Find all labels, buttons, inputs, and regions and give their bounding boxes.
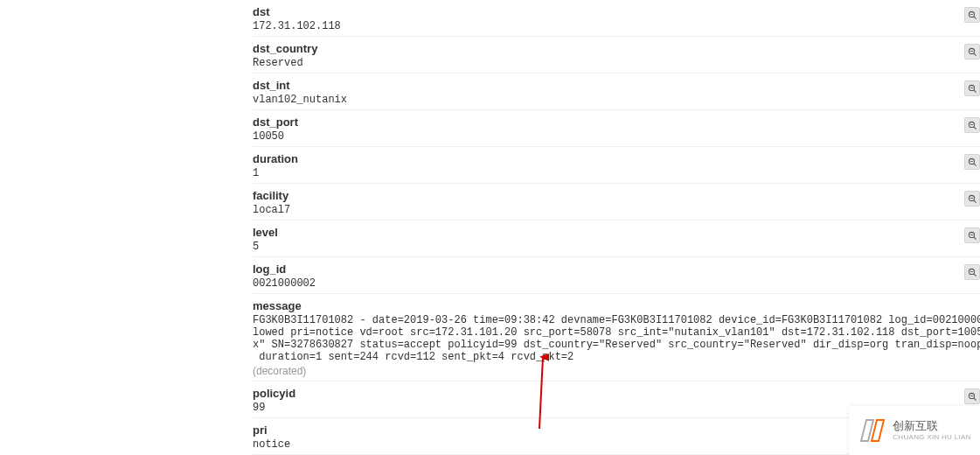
svg-line-13 [973,163,976,165]
svg-line-7 [973,89,976,92]
field-label: message [253,299,980,312]
field-label: dst_int [253,79,980,92]
svg-line-16 [973,200,976,202]
field-value: Reserved [253,57,980,69]
zoom-out-icon[interactable] [964,117,980,133]
field-log_id: log_id0021000002 [253,257,980,294]
field-value: 1 [253,167,980,179]
zoom-out-icon[interactable] [964,228,980,243]
field-label: dst_port [253,116,980,129]
field-level: level5 [253,220,980,257]
zoom-out-icon[interactable] [964,264,980,280]
field-label: level [253,226,980,239]
field-value: vlan102_nutanix [253,94,980,106]
field-value: FG3K0B3I11701082 - date=2019-03-26 time=… [253,314,980,363]
zoom-out-icon[interactable] [964,44,980,60]
field-dst_port: dst_port10050 [253,110,980,147]
field-facility: facilitylocal7 [253,184,980,220]
field-value: 172.31.102.118 [253,20,980,32]
zoom-out-icon[interactable] [964,388,980,404]
svg-line-25 [973,397,976,400]
field-label: facility [253,189,980,202]
field-value: 5 [253,241,980,253]
zoom-out-icon[interactable] [964,7,980,23]
svg-line-22 [973,273,976,276]
svg-line-19 [973,236,976,239]
logo-text-cn: 创新互联 [893,419,970,433]
field-label: duration [253,152,980,165]
field-label: dst_country [253,42,980,55]
field-label: dst [253,5,980,18]
svg-line-1 [973,16,976,18]
watermark-logo: 创新互联 CHUANG XIN HU LIAN [849,406,980,455]
field-value: 10050 [253,130,980,143]
log-fields-panel: dst172.31.102.118dst_countryReserveddst_… [253,0,980,455]
field-label: policyid [253,387,980,400]
zoom-out-icon[interactable] [964,80,980,96]
logo-text-en: CHUANG XIN HU LIAN [893,433,970,442]
field-dst_int: dst_intvlan102_nutanix [253,74,980,110]
zoom-out-icon[interactable] [964,191,980,206]
field-message: messageFG3K0B3I11701082 - date=2019-03-2… [253,294,980,382]
svg-line-10 [973,126,976,129]
field-dst: dst172.31.102.118 [253,0,980,37]
field-dst_country: dst_countryReserved [253,37,980,74]
decorated-note: (decorated) [253,365,980,377]
zoom-out-icon[interactable] [964,154,980,170]
field-label: log_id [253,262,980,276]
logo-mark [858,416,887,445]
field-duration: duration1 [253,147,980,184]
svg-line-4 [973,52,976,55]
field-value: local7 [253,204,980,216]
field-value: 0021000002 [253,277,980,290]
